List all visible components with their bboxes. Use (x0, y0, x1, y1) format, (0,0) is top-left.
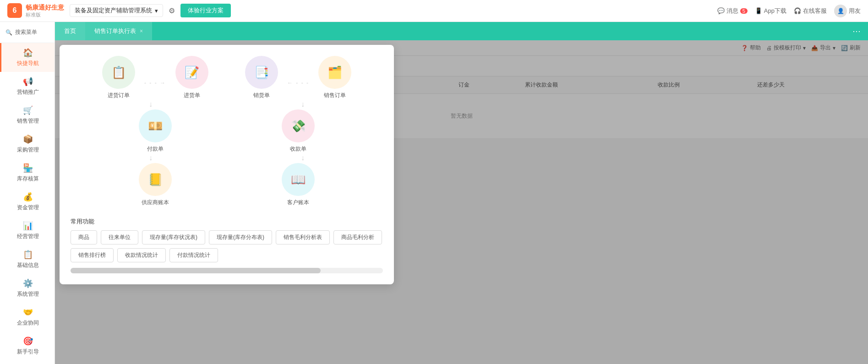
sidebar-item-inventory[interactable]: 🏪库存核算 (0, 158, 55, 187)
tab-home[interactable]: 首页 (55, 22, 85, 40)
flow-node-purchase-bill[interactable]: 📝 进货单 (175, 56, 208, 99)
flow-node-sales-bill[interactable]: 📑 销货单 (245, 56, 278, 99)
sidebar-item-marketing[interactable]: 📢营销推广 (0, 72, 55, 101)
supplier-ledger-label: 供应商账本 (142, 199, 169, 206)
online-service-action[interactable]: 🎧 在线客服 (794, 7, 827, 15)
sidebar-item-cooperation[interactable]: 🤝企业协同 (0, 303, 55, 331)
try-btn[interactable]: 体验行业方案 (180, 4, 231, 17)
sidebar-icon-sales: 🛒 (23, 105, 33, 115)
supplier-ledger-icon: 📒 (139, 163, 172, 196)
sidebar-label-finance: 资金管理 (17, 204, 39, 212)
message-badge: 5 (740, 8, 748, 14)
sidebar-item-finance[interactable]: 💰资金管理 (0, 187, 55, 216)
sales-bill-icon: 📑 (245, 56, 278, 89)
sidebar-label-basic-info: 基础信息 (17, 261, 39, 269)
purchase-order-icon: 📋 (102, 56, 135, 89)
sales-bill-label: 销货单 (253, 92, 270, 99)
customer-ledger-icon: 📖 (282, 163, 315, 196)
system-title[interactable]: 装备及固定资产辅助管理系统 ▾ (70, 4, 163, 17)
sidebar-item-basic-info[interactable]: 📋基础信息 (0, 245, 55, 274)
header-left: 6 畅康通好生意 标准版 装备及固定资产辅助管理系统 ▾ ⚙ 体验行业方案 (7, 3, 231, 18)
func-btn-1[interactable]: 往来单位 (101, 230, 138, 244)
modal-scrollbar[interactable] (71, 268, 383, 273)
message-label: 消息 (726, 7, 738, 15)
arrow-right-1: - - - → (144, 80, 166, 86)
func-btn-2[interactable]: 现存量(库存状况表) (142, 230, 205, 244)
flow-col-right: 📑 销货单 ← - - - 🗂️ 销售订单 (236, 56, 360, 206)
sidebar-item-purchase[interactable]: 📦采购管理 (0, 130, 55, 158)
sidebar-item-system[interactable]: ⚙️系统管理 (0, 274, 55, 303)
search-button[interactable]: 🔍 搜索菜单 (4, 27, 51, 38)
logo-icon: 6 (7, 3, 22, 18)
brand-sub: 标准版 (26, 11, 64, 18)
brand-name: 畅康通好生意 (26, 3, 64, 11)
sidebar-item-quick-nav[interactable]: 🏠快捷导航 (0, 43, 55, 72)
arrow-down-2: ↓ (149, 154, 162, 162)
flow-row-2: 💴 付款单 (130, 109, 181, 153)
tab-bar: 首页 销售订单执行表 × ⋯ (55, 22, 868, 40)
search-label: 搜索菜单 (15, 28, 37, 36)
top-header: 6 畅康通好生意 标准版 装备及固定资产辅助管理系统 ▾ ⚙ 体验行业方案 💬 … (0, 0, 868, 22)
tab-sales-order-exec-label: 销售订单执行表 (94, 27, 136, 35)
chevron-down-icon: ▾ (155, 7, 158, 14)
sidebar-item-sales[interactable]: 🛒销售管理 (0, 101, 55, 130)
func-btn-5[interactable]: 商品毛利分析 (333, 230, 382, 244)
sidebar-icon-operation: 📊 (23, 221, 33, 231)
sidebar-icon-cooperation: 🤝 (23, 307, 33, 317)
receipt-icon: 💸 (282, 109, 315, 142)
arrow-down-r1: ↓ (292, 100, 305, 109)
flow-row-r1: 📑 销货单 ← - - - 🗂️ 销售订单 (236, 56, 360, 99)
user-action[interactable]: 👤 用友 (834, 5, 861, 17)
func-btn-3[interactable]: 现存量(库存分布表) (209, 230, 272, 244)
content-area: 首页 销售订单执行表 × ⋯ ❓ 帮助 🖨 按模板打印 ▾ (55, 22, 868, 364)
sidebar-icon-guide: 🎯 (23, 336, 33, 346)
func-btn-extra-0[interactable]: 销售排行榜 (71, 248, 114, 262)
overlay[interactable]: 📋 进货订单 - - - → 📝 进货单 (55, 40, 868, 364)
sidebar-label-guide: 新手引导 (17, 348, 39, 356)
message-action[interactable]: 💬 消息 5 (717, 7, 748, 15)
func-btn-row-2: 销售排行榜收款情况统计付款情况统计 (71, 248, 383, 262)
sales-order-icon: 🗂️ (318, 56, 351, 89)
receipt-label: 收款单 (290, 145, 306, 153)
common-functions: 常用功能 商品往来单位现存量(库存状况表)现存量(库存分布表)销售毛利分析表商品… (71, 217, 383, 262)
sidebar-search[interactable]: 🔍 搜索菜单 (0, 22, 55, 43)
sidebar-icon-purchase: 📦 (23, 134, 33, 144)
gear-icon[interactable]: ⚙ (169, 6, 175, 15)
avatar: 👤 (834, 5, 847, 17)
sidebar-icon-inventory: 🏪 (23, 163, 33, 173)
flow-row-r3: 📖 客户账本 (273, 163, 324, 206)
sidebar-label-inventory: 库存核算 (17, 175, 39, 183)
service-icon: 🎧 (794, 7, 801, 14)
func-btn-4[interactable]: 销售毛利分析表 (276, 230, 330, 244)
tab-expand-icon[interactable]: ⋯ (852, 26, 861, 36)
tab-sales-order-exec[interactable]: 销售订单执行表 × (85, 22, 152, 40)
sidebar-icon-system: ⚙️ (23, 278, 33, 288)
avatar-icon: 👤 (837, 8, 844, 14)
sidebar-item-operation[interactable]: 📊经营管理 (0, 216, 55, 245)
download-icon: 📱 (755, 7, 762, 14)
tab-close-icon[interactable]: × (140, 28, 143, 34)
page-content: ❓ 帮助 🖨 按模板打印 ▾ 📤 导出 ▾ 🔄 刷新 (55, 40, 868, 364)
sidebar-label-marketing: 营销推广 (17, 88, 39, 96)
payment-icon: 💴 (139, 109, 172, 142)
main-layout: 🔍 搜索菜单 🏠快捷导航📢营销推广🛒销售管理📦采购管理🏪库存核算💰资金管理📊经营… (0, 22, 868, 364)
common-funcs-title: 常用功能 (71, 217, 383, 226)
flow-node-customer-ledger[interactable]: 📖 客户账本 (282, 163, 315, 206)
sidebar-icon-quick-nav: 🏠 (23, 48, 33, 58)
sidebar: 🔍 搜索菜单 🏠快捷导航📢营销推广🛒销售管理📦采购管理🏪库存核算💰资金管理📊经营… (0, 22, 55, 364)
sidebar-item-guide[interactable]: 🎯新手引导 (0, 331, 55, 360)
func-btn-extra-1[interactable]: 收款情况统计 (117, 248, 166, 262)
flow-node-payment[interactable]: 💴 付款单 (139, 109, 172, 153)
flow-node-sales-order[interactable]: 🗂️ 销售订单 (318, 56, 351, 99)
flow-node-receipt[interactable]: 💸 收款单 (282, 109, 315, 153)
flow-row-3: 📒 供应商账本 (130, 163, 181, 206)
purchase-bill-icon: 📝 (175, 56, 208, 89)
system-title-text: 装备及固定资产辅助管理系统 (75, 6, 152, 15)
sidebar-label-quick-nav: 快捷导航 (17, 60, 39, 67)
flow-node-supplier-ledger[interactable]: 📒 供应商账本 (139, 163, 172, 206)
modal-popup: 📋 进货订单 - - - → 📝 进货单 (60, 45, 394, 284)
func-btn-extra-2[interactable]: 付款情况统计 (169, 248, 218, 262)
app-download-action[interactable]: 📱 App下载 (755, 7, 786, 15)
flow-node-purchase-order[interactable]: 📋 进货订单 (102, 56, 135, 99)
func-btn-0[interactable]: 商品 (71, 230, 97, 244)
